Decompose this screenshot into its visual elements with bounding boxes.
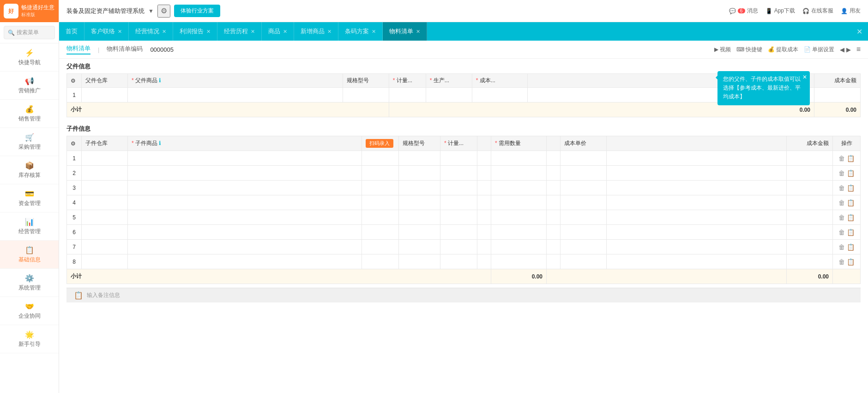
delete-icon[interactable]: 🗑 <box>838 155 845 162</box>
doc-settings-label: 单据设置 <box>812 46 834 54</box>
child-unit-cell[interactable] <box>440 151 477 166</box>
copy-icon[interactable]: 📋 <box>847 243 855 251</box>
sidebar-item-label: 新手引导 <box>18 340 41 348</box>
finance-icon: 💳 <box>25 189 34 198</box>
delete-icon[interactable]: 🗑 <box>838 184 845 192</box>
tab-history-close[interactable]: ✕ <box>251 29 255 35</box>
parent-warehouse-cell[interactable] <box>82 88 128 103</box>
sidebar-item-purchase[interactable]: 🛒 采购管理 <box>0 128 59 156</box>
parent-product-cell[interactable] <box>128 88 343 103</box>
next-arrow[interactable]: ▶ <box>846 46 851 53</box>
copy-icon[interactable]: 📋 <box>847 258 855 266</box>
child-subtotal-amount1: 0.00 <box>491 269 547 284</box>
prev-arrow[interactable]: ◀ <box>840 46 844 53</box>
sidebar-item-system[interactable]: ⚙️ 系统管理 <box>0 269 59 297</box>
parent-production-cell[interactable] <box>426 88 472 103</box>
operations-icon: 📊 <box>25 217 34 226</box>
system-dropdown[interactable]: ▼ <box>148 8 154 14</box>
layout-toggle[interactable]: ≡ <box>856 45 861 54</box>
tab-bom-close[interactable]: ✕ <box>416 29 420 35</box>
tab-operations-status[interactable]: 经营情况 ✕ <box>129 22 173 41</box>
sidebar-item-finance[interactable]: 💳 资金管理 <box>0 184 59 212</box>
video-action[interactable]: ▶ 视频 <box>714 46 731 54</box>
child-subtotal-amount2: 0.00 <box>787 269 833 284</box>
delete-icon[interactable]: 🗑 <box>838 229 845 236</box>
copy-icon[interactable]: 📋 <box>847 199 855 206</box>
main-content: 装备及固定资产辅助管理系统 ▼ ⚙ 体验行业方案 💬 6 消息 📱 App下载 … <box>59 0 868 393</box>
mobile-icon: 📱 <box>766 8 772 14</box>
tooltip-close-btn[interactable]: ✕ <box>802 73 807 82</box>
tab-goods[interactable]: 商品 ✕ <box>262 22 294 41</box>
child-spec-cell[interactable] <box>399 151 440 166</box>
scan-button[interactable]: 扫码录入 <box>366 139 393 148</box>
child-qty-cell[interactable] <box>491 151 547 166</box>
child-unit-cost-cell[interactable] <box>561 151 607 166</box>
doc-settings-action[interactable]: 📄 单据设置 <box>804 46 834 54</box>
child-warehouse-cell[interactable] <box>82 151 128 166</box>
trial-button[interactable]: 体验行业方案 <box>174 5 220 17</box>
sidebar-item-label: 销售管理 <box>18 115 41 123</box>
sub-tab-bom-code[interactable]: 物料清单编码 <box>107 45 143 54</box>
tab-profit-close[interactable]: ✕ <box>206 29 211 35</box>
sidebar-item-sales[interactable]: 💰 销售管理 <box>0 100 59 128</box>
extract-cost-action[interactable]: 💰 提取成本 <box>768 46 798 54</box>
user-action[interactable]: 👤 用友 <box>841 7 861 15</box>
tab-customer-close[interactable]: ✕ <box>118 29 122 35</box>
delete-icon[interactable]: 🗑 <box>838 243 845 251</box>
copy-icon[interactable]: 📋 <box>847 214 855 221</box>
tab-new-goods[interactable]: 新增商品 ✕ <box>294 22 338 41</box>
app-download-action[interactable]: 📱 App下载 <box>766 7 795 15</box>
parent-col-settings: ⚙ <box>67 74 82 88</box>
copy-icon[interactable]: 📋 <box>847 184 855 192</box>
tab-customer[interactable]: 客户联络 ✕ <box>84 22 129 41</box>
table-row: 6 🗑📋 <box>67 225 861 240</box>
sidebar-item-marketing[interactable]: 📢 营销推广 <box>0 72 59 100</box>
tab-barcode[interactable]: 条码方案 ✕ <box>338 22 383 41</box>
parent-cost-type-cell[interactable] <box>472 88 527 103</box>
delete-icon[interactable]: 🗑 <box>838 258 845 266</box>
sidebar-item-label: 快捷导航 <box>18 59 41 67</box>
tab-ops-close[interactable]: ✕ <box>162 29 166 35</box>
page-content: 物料清单 | 物料清单编码 0000005 ▶ 视频 ⌨ 快捷键 💰 提取成本 <box>59 41 868 393</box>
tab-history-label: 经营历程 <box>224 27 248 36</box>
copy-icon[interactable]: 📋 <box>847 155 855 162</box>
sidebar-item-label: 采购管理 <box>18 143 41 151</box>
tab-profit[interactable]: 利润报告 ✕ <box>173 22 217 41</box>
copy-icon[interactable]: 📋 <box>847 229 855 236</box>
tab-goods-close[interactable]: ✕ <box>283 29 287 35</box>
online-service-action[interactable]: 🎧 在线客服 <box>802 7 833 15</box>
tab-new-goods-label: 新增商品 <box>301 27 325 36</box>
nav-close-all[interactable]: ✕ <box>851 27 868 36</box>
sub-tab-bom[interactable]: 物料清单 <box>66 44 90 54</box>
tab-operations-label: 经营情况 <box>135 27 159 36</box>
tab-history[interactable]: 经营历程 ✕ <box>217 22 262 41</box>
tab-new-goods-close[interactable]: ✕ <box>327 29 332 35</box>
note-placeholder[interactable]: 输入备注信息 <box>87 291 120 299</box>
info-icon: ℹ <box>159 77 161 84</box>
parent-unit-cell[interactable] <box>389 88 426 103</box>
header-right: 💬 6 消息 📱 App下载 🎧 在线客服 👤 用友 <box>729 7 861 15</box>
logo-icon: 好 <box>4 4 18 18</box>
sidebar-item-quick-nav[interactable]: ⚡ 快捷导航 <box>0 43 59 72</box>
sidebar-item-inventory[interactable]: 📦 库存核算 <box>0 156 59 184</box>
shortcut-label: 快捷键 <box>746 46 762 54</box>
sidebar-item-enterprise[interactable]: 🤝 企业协同 <box>0 297 59 325</box>
shortcut-action[interactable]: ⌨ 快捷键 <box>736 46 762 54</box>
sidebar-item-guide[interactable]: 🌟 新手引导 <box>0 325 59 353</box>
delete-icon[interactable]: 🗑 <box>838 214 845 221</box>
child-col-qty: * 需用数量 <box>491 136 547 151</box>
sidebar-item-operations[interactable]: 📊 经营管理 <box>0 212 59 241</box>
parent-spec-cell[interactable] <box>343 88 389 103</box>
gear-button[interactable]: ⚙ <box>157 5 170 18</box>
copy-icon[interactable]: 📋 <box>847 169 855 177</box>
tab-bom[interactable]: 物料清单 ✕ <box>383 22 427 41</box>
search-menu-button[interactable]: 🔍 搜索菜单 <box>4 26 55 39</box>
child-product-cell[interactable] <box>128 151 362 166</box>
child-col-empty2 <box>547 136 561 151</box>
tab-barcode-close[interactable]: ✕ <box>372 29 376 35</box>
message-action[interactable]: 💬 6 消息 <box>729 7 758 15</box>
tab-home[interactable]: 首页 <box>59 22 84 41</box>
delete-icon[interactable]: 🗑 <box>838 169 845 177</box>
delete-icon[interactable]: 🗑 <box>838 199 845 206</box>
sidebar-item-basic-info[interactable]: 📋 基础信息 <box>0 241 59 269</box>
